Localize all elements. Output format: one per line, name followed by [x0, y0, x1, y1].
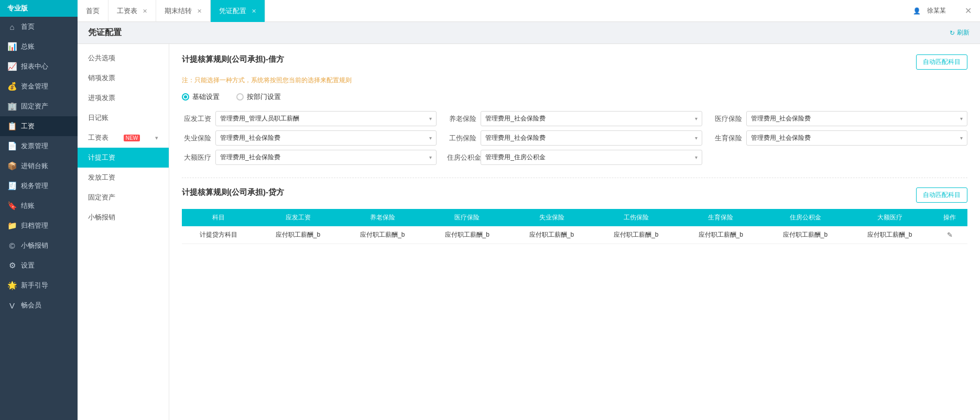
sidebar-label-member: 畅会员: [21, 301, 41, 310]
form-select-text-1-0: 管理费用_社会保险费: [220, 134, 280, 142]
tab-home[interactable]: 首页: [78, 0, 108, 22]
cell-action[interactable]: ✎: [932, 226, 968, 244]
chevron-down-icon-2-1: ▾: [695, 154, 698, 160]
topbar-right: 👤 徐某某: [913, 6, 956, 15]
sidebar-item-salary[interactable]: 📋工资: [0, 116, 78, 136]
form-item-1-2: 生育保险 管理费用_社会保险费 ▾: [713, 130, 967, 146]
sidebar-item-xiaochang-report[interactable]: ©小畅报销: [0, 236, 78, 256]
sidebar-item-purchase-sales[interactable]: 📦进销台账: [0, 156, 78, 176]
cell-value-0-7: 应付职工薪酬_b: [847, 226, 932, 244]
tab-voucher-config[interactable]: 凭证配置✕: [211, 0, 265, 22]
main-content: 首页工资表✕期末结转✕凭证配置✕ 👤 徐某某 ✕ 凭证配置 ↻ 刷新 公共选项销…: [78, 0, 980, 420]
form-select-0-2[interactable]: 管理费用_社会保险费 ▾: [746, 111, 967, 126]
sidebar-item-member[interactable]: V畅会员: [0, 295, 78, 315]
left-nav-item-journal[interactable]: 日记账: [78, 108, 169, 128]
sidebar-item-settings[interactable]: ⚙设置: [0, 256, 78, 275]
sidebar-item-archive-management[interactable]: 📁归档管理: [0, 216, 78, 236]
chevron-down-icon-1-0: ▾: [429, 135, 432, 141]
form-label-0-1: 养老保险: [447, 114, 476, 124]
col-header: 养老保险: [340, 209, 424, 226]
page-header: 凭证配置 ↻ 刷新: [78, 22, 980, 44]
new-guide-icon: 🌟: [7, 281, 17, 290]
left-nav-item-pay-salary[interactable]: 发放工资: [78, 168, 169, 187]
tab-salary-table[interactable]: 工资表✕: [108, 0, 156, 22]
settings-icon: ⚙: [7, 261, 17, 270]
refresh-button[interactable]: ↻ 刷新: [950, 28, 970, 37]
col-header: 工伤保险: [594, 209, 678, 226]
col-header: 操作: [932, 209, 968, 226]
tab-label-home: 首页: [86, 6, 100, 16]
form-item-0-2: 医疗保险 管理费用_社会保险费 ▾: [713, 111, 967, 126]
sidebar-label-report-center: 报表中心: [21, 62, 48, 71]
tab-close-voucher-config[interactable]: ✕: [252, 8, 256, 15]
section2-header: 计提核算规则(公司承担)-贷方 自动匹配科目: [182, 187, 967, 203]
section1-form: 应发工资 管理费用_管理人员职工薪酬 ▾ 养老保险 管理费用_社会保险费 ▾ 医…: [182, 111, 967, 165]
left-nav-item-input-invoice[interactable]: 进项发票: [78, 88, 169, 108]
left-nav-item-xiaochang-expense[interactable]: 小畅报销: [78, 207, 169, 227]
tab-label-voucher-config: 凭证配置: [219, 6, 246, 16]
close-icon[interactable]: ✕: [956, 6, 980, 16]
auto-match-btn-2[interactable]: 自动匹配科目: [916, 187, 967, 203]
tab-period-end[interactable]: 期末结转✕: [156, 0, 211, 22]
left-nav-label-journal: 日记账: [88, 113, 108, 123]
form-label-1-0: 失业保险: [182, 134, 211, 143]
home-icon: ⌂: [7, 23, 17, 31]
settlement-icon: 🔖: [7, 201, 17, 211]
edit-icon[interactable]: ✎: [947, 231, 953, 239]
form-select-1-2[interactable]: 管理费用_社会保险费 ▾: [746, 130, 967, 146]
form-select-1-0[interactable]: 管理费用_社会保险费 ▾: [215, 130, 437, 146]
sidebar-item-fixed-assets[interactable]: 🏢固定资产: [0, 96, 78, 116]
sidebar-item-general-ledger[interactable]: 📊总账: [0, 37, 78, 57]
form-select-text-1-2: 管理费用_社会保险费: [751, 134, 811, 142]
form-select-text-0-0: 管理费用_管理人员职工薪酬: [220, 114, 299, 123]
section1-note: 注：只能选择一种方式，系统将按照您当前的选择来配置规则: [182, 76, 967, 85]
chevron-down-icon-1-2: ▾: [960, 135, 963, 141]
radio-basic-setup[interactable]: 基础设置: [182, 92, 220, 102]
col-header: 大额医疗: [847, 209, 932, 226]
radio-dept-setup[interactable]: 按部门设置: [236, 92, 281, 102]
chevron-down-icon-1-1: ▾: [695, 135, 698, 141]
form-row-2: 大额医疗 管理费用_社会保险费 ▾ 住房公积金 管理费用_住房公积金 ▾: [182, 150, 967, 165]
sidebar-item-home[interactable]: ⌂首页: [0, 17, 78, 37]
report-center-icon: 📈: [7, 62, 17, 71]
tab-close-salary-table[interactable]: ✕: [143, 8, 147, 15]
form-select-text-2-0: 管理费用_社会保险费: [220, 153, 280, 162]
member-icon: V: [7, 301, 17, 310]
left-nav-label-cancel-invoice: 销项发票: [88, 73, 115, 83]
section1-header: 计提核算规则(公司承担)-借方 自动匹配科目: [182, 54, 967, 70]
left-nav-item-fixed-assets-nav[interactable]: 固定资产: [78, 187, 169, 207]
xiaochang-report-icon: ©: [7, 241, 17, 250]
sidebar-item-new-guide[interactable]: 🌟新手引导: [0, 275, 78, 295]
left-nav-item-salary-table-nav[interactable]: 工资表NEW▾: [78, 128, 169, 148]
form-label-1-1: 工伤保险: [447, 134, 476, 143]
form-item-0-1: 养老保险 管理费用_社会保险费 ▾: [447, 111, 702, 126]
fixed-assets-icon: 🏢: [7, 102, 17, 111]
tax-management-icon: 🧾: [7, 181, 17, 191]
sidebar-label-fund-management: 资金管理: [21, 82, 48, 91]
sidebar-item-invoice-management[interactable]: 📄发票管理: [0, 136, 78, 156]
table-row: 计提贷方科目应付职工薪酬_b应付职工薪酬_b应付职工薪酬_b应付职工薪酬_b应付…: [182, 226, 967, 244]
sidebar-label-invoice-management: 发票管理: [21, 141, 48, 151]
left-nav-item-calc-salary[interactable]: 计提工资: [78, 148, 169, 168]
form-select-2-1[interactable]: 管理费用_住房公积金 ▾: [481, 150, 702, 165]
left-nav-item-public-options[interactable]: 公共选项: [78, 48, 169, 68]
tab-close-period-end[interactable]: ✕: [197, 8, 202, 15]
sidebar-item-fund-management[interactable]: 💰资金管理: [0, 76, 78, 96]
sidebar-label-xiaochang-report: 小畅报销: [21, 241, 48, 250]
cell-value-0-1: 应付职工薪酬_b: [340, 226, 424, 244]
sidebar-item-settlement[interactable]: 🔖结账: [0, 196, 78, 216]
cell-value-0-0: 应付职工薪酬_b: [256, 226, 340, 244]
form-select-0-1[interactable]: 管理费用_社会保险费 ▾: [481, 111, 702, 126]
col-header: 应发工资: [256, 209, 340, 226]
form-select-1-1[interactable]: 管理费用_社会保险费 ▾: [481, 130, 702, 146]
sidebar-item-report-center[interactable]: 📈报表中心: [0, 57, 78, 76]
form-select-0-0[interactable]: 管理费用_管理人员职工薪酬 ▾: [215, 111, 437, 126]
sidebar-item-tax-management[interactable]: 🧾税务管理: [0, 176, 78, 196]
content-area: 公共选项销项发票进项发票日记账工资表NEW▾计提工资发放工资固定资产小畅报销 计…: [78, 44, 980, 420]
left-nav-item-cancel-invoice[interactable]: 销项发票: [78, 68, 169, 88]
form-item-1-1: 工伤保险 管理费用_社会保险费 ▾: [447, 130, 702, 146]
refresh-icon: ↻: [950, 29, 955, 37]
auto-match-btn-1[interactable]: 自动匹配科目: [916, 54, 967, 70]
form-select-2-0[interactable]: 管理费用_社会保险费 ▾: [215, 150, 437, 165]
col-header: 科目: [182, 209, 256, 226]
